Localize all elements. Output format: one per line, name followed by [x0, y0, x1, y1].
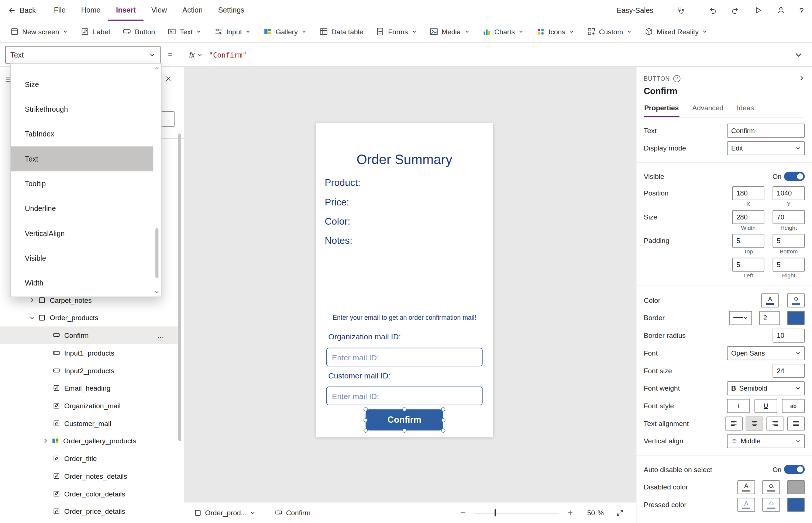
canvas-area[interactable]: Order Summary Product: Price: Color: Not… — [184, 67, 636, 502]
padding-bottom-input[interactable] — [773, 233, 805, 247]
padding-right-input[interactable] — [773, 257, 805, 271]
app-screen[interactable]: Order Summary Product: Price: Color: Not… — [316, 123, 493, 437]
notes-label[interactable]: Notes: — [325, 235, 352, 246]
play-preview-icon[interactable] — [754, 6, 762, 14]
ribbon-charts[interactable]: Charts — [482, 27, 524, 35]
zoom-out-icon[interactable] — [459, 509, 467, 517]
tree-item-organization-mail[interactable]: Organization_mail — [0, 397, 178, 415]
scrollbar-thumb[interactable] — [155, 228, 158, 278]
dropdown-item-width[interactable]: Width — [11, 271, 153, 295]
menu-settings[interactable]: Settings — [210, 0, 252, 21]
font-color-button[interactable]: A — [761, 293, 779, 307]
ribbon-text[interactable]: Text — [168, 27, 202, 35]
ribbon-media[interactable]: Media — [430, 27, 469, 35]
align-center-button[interactable] — [746, 416, 763, 430]
selection-handle[interactable] — [441, 429, 445, 433]
color-label[interactable]: Color: — [325, 216, 350, 227]
undo-icon[interactable] — [708, 6, 716, 14]
disabled-fill-color-button[interactable] — [762, 480, 780, 494]
dropdown-scrollbar[interactable] — [153, 64, 161, 297]
tree-item-order-gallery-products[interactable]: Order_gallery_products — [0, 432, 178, 450]
selection-handle[interactable] — [402, 429, 406, 433]
confirm-button-selection[interactable]: Confirm — [366, 409, 443, 431]
price-label[interactable]: Price: — [325, 197, 349, 208]
tree-item-order-price-details[interactable]: Order_price_details — [0, 502, 178, 520]
vertical-align-select[interactable]: Middle — [727, 434, 805, 448]
email-heading-label[interactable]: Enter your email to get an order confirm… — [316, 314, 493, 322]
fill-color-button[interactable] — [787, 293, 805, 307]
tree-item-input2-products[interactable]: Input2_products — [0, 362, 178, 380]
redo-icon[interactable] — [731, 6, 739, 14]
tree-item-order-color-details[interactable]: Order_color_details — [0, 485, 178, 503]
ribbon-data-table[interactable]: Data table — [320, 27, 364, 35]
dropdown-item-text[interactable]: Text — [11, 146, 153, 171]
ribbon-new-screen[interactable]: New screen — [10, 27, 68, 35]
help-button[interactable]: ? — [799, 6, 804, 15]
app-checker-icon[interactable] — [676, 6, 684, 14]
size-height-input[interactable] — [773, 210, 805, 224]
ribbon-icons[interactable]: Icons — [537, 27, 574, 35]
pressed-color-swatch[interactable] — [787, 498, 805, 512]
selection-handle[interactable] — [441, 418, 445, 422]
align-right-button[interactable] — [767, 416, 784, 430]
strikethrough-button[interactable]: ab — [782, 399, 805, 413]
organization-mail-input[interactable] — [326, 348, 483, 367]
menu-home[interactable]: Home — [73, 0, 109, 21]
ribbon-gallery[interactable]: Gallery — [264, 27, 306, 35]
dropdown-item-underline[interactable]: Underline — [11, 196, 153, 221]
ribbon-custom[interactable]: Custom — [587, 27, 632, 35]
customer-mail-label[interactable]: Customer mail ID: — [328, 371, 390, 380]
product-label[interactable]: Product: — [325, 177, 361, 188]
disabled-font-color-button[interactable]: A — [737, 480, 755, 494]
scroll-down-icon[interactable] — [154, 289, 159, 294]
zoom-slider[interactable] — [474, 509, 560, 517]
tab-ideas[interactable]: Ideas — [736, 101, 754, 117]
tab-advanced[interactable]: Advanced — [692, 101, 724, 117]
chevron-right-icon[interactable] — [29, 297, 35, 303]
collapse-panel-icon[interactable] — [799, 75, 805, 81]
slider-thumb[interactable] — [494, 509, 496, 517]
border-style-select[interactable] — [729, 311, 752, 325]
display-mode-select[interactable]: Edit — [727, 141, 805, 155]
chevron-down-icon[interactable] — [29, 315, 35, 321]
position-y-input[interactable] — [773, 186, 805, 200]
tree-item-customer-mail[interactable]: Customer_mail — [0, 415, 178, 432]
position-x-input[interactable] — [732, 186, 764, 200]
dropdown-item-size[interactable]: Size — [11, 72, 153, 97]
ribbon-forms[interactable]: Forms — [376, 27, 417, 35]
underline-button[interactable]: U — [754, 399, 777, 413]
selected-control-breadcrumb[interactable]: Confirm — [275, 509, 310, 517]
pressed-fill-color-button[interactable] — [762, 498, 780, 512]
tree-item-order-title[interactable]: Order_title — [0, 450, 178, 467]
order-summary-title[interactable]: Order Summary — [316, 152, 493, 167]
padding-top-input[interactable] — [732, 233, 764, 247]
dropdown-item-verticalalign[interactable]: VerticalAlign — [11, 221, 153, 246]
align-left-button[interactable] — [725, 416, 743, 430]
property-selector[interactable]: Text — [5, 46, 161, 63]
italic-button[interactable]: I — [727, 399, 750, 413]
tree-scrollbar[interactable] — [178, 134, 181, 441]
item-more-menu[interactable]: … — [157, 331, 165, 339]
menu-insert[interactable]: Insert — [108, 0, 144, 21]
visible-toggle[interactable] — [784, 172, 805, 181]
border-color-swatch[interactable] — [787, 311, 805, 325]
organization-mail-label[interactable]: Organization mail ID: — [328, 332, 401, 341]
selection-handle[interactable] — [402, 407, 406, 411]
dropdown-item-strikethrough[interactable]: Strikethrough — [11, 97, 153, 121]
tree-item-order-products[interactable]: Order_products — [0, 309, 178, 327]
tree-item-confirm[interactable]: Confirm … — [0, 326, 178, 344]
disabled-color-swatch[interactable] — [787, 480, 805, 494]
selection-handle[interactable] — [441, 407, 445, 411]
screen-selector[interactable]: Order_prod... — [194, 509, 255, 517]
selection-handle[interactable] — [364, 429, 368, 433]
account-icon[interactable] — [777, 6, 785, 14]
expand-formula-bar-icon[interactable] — [794, 51, 802, 59]
font-weight-select[interactable]: B Semibold — [727, 381, 805, 395]
back-button[interactable]: Back — [8, 6, 36, 14]
zoom-in-icon[interactable] — [567, 509, 574, 517]
font-size-input[interactable] — [773, 364, 805, 378]
font-select[interactable]: Open Sans — [727, 346, 805, 360]
menu-file[interactable]: File — [46, 0, 73, 21]
chevron-right-icon[interactable] — [42, 438, 49, 444]
dropdown-item-tooltip[interactable]: Tooltip — [11, 171, 153, 196]
